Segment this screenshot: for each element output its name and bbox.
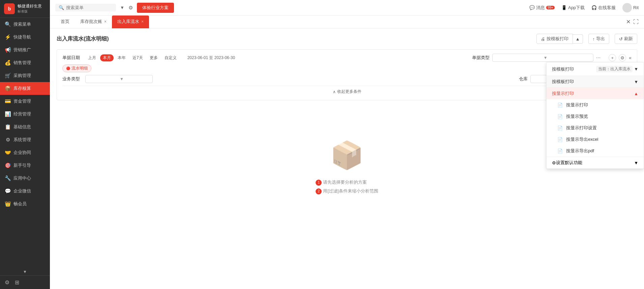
filter-label-type: 单据类型 [472, 55, 490, 61]
tab-close-flow[interactable]: × [141, 19, 144, 24]
date-tab-自定义[interactable]: 自定义 [162, 54, 179, 61]
date-tab-本年[interactable]: 本年 [115, 54, 128, 61]
sidebar-scroll-down[interactable]: ▼ [0, 268, 50, 275]
sidebar-item-system[interactable]: ⚙系统管理 [0, 133, 50, 146]
sidebar-item-apps[interactable]: 🔧应用中心 [0, 172, 50, 185]
dp-header: 按模板打印 当前：出入库流水 ▼ [547, 62, 644, 76]
app-download-btn[interactable]: 📱 App下载 [561, 5, 585, 11]
user-profile-btn[interactable]: Rit [622, 3, 639, 12]
date-tab-更多[interactable]: 更多 [147, 54, 160, 61]
filter-biz-select[interactable]: ▼ [85, 75, 153, 83]
expand-window-btn[interactable]: ⛶ [633, 19, 639, 25]
message-btn[interactable]: 💬 消息 99+ [529, 5, 555, 11]
sidebar-label-sales: 销售管理 [13, 60, 31, 66]
sidebar-item-member[interactable]: 👑畅会员 [0, 198, 50, 210]
tabbar: 首页库存批次账 ×出入库流水 × ✕ ⛶ [50, 16, 644, 28]
sidebar-label-system: 系统管理 [13, 137, 31, 143]
tab-batch[interactable]: 库存批次账 × [75, 16, 112, 28]
dp-item-display-export-pdf[interactable]: 📄按显示导出pdf [547, 145, 644, 157]
trial-btn[interactable]: 体验行业方案 [137, 3, 174, 13]
search-box[interactable]: 🔍 [55, 4, 116, 11]
sidebar-item-wechat[interactable]: 💬企业微信 [0, 185, 50, 198]
sidebar-item-finance[interactable]: 💳资金管理 [0, 95, 50, 108]
filter-actions: + ⚙ « [609, 54, 632, 61]
dp-section-header-template-print[interactable]: 按模板打印▼ [547, 76, 644, 87]
sidebar-item-marketing[interactable]: 📢营销推广 [0, 44, 50, 56]
search-dropdown-icon[interactable]: ▼ [120, 5, 124, 10]
sidebar-label-search: 搜索菜单 [13, 21, 31, 27]
collapse-sidebar-icon[interactable]: ⊞ [15, 279, 19, 286]
page-title: 出入库流水(流水明细) [57, 35, 109, 43]
search-input[interactable] [66, 5, 107, 10]
filter-date-tabs: 上月本月本年近7天更多自定义 [85, 54, 179, 61]
sidebar-label-finance: 资金管理 [13, 98, 31, 104]
filter-label-biz: 业务类型 [62, 76, 80, 82]
operations-icon: 📊 [5, 111, 11, 117]
date-tab-本月[interactable]: 本月 [100, 54, 114, 61]
message-icon: 💬 [529, 5, 535, 10]
sidebar-item-sales[interactable]: 💰销售管理 [0, 56, 50, 69]
empty-icon: 📦 [330, 139, 364, 171]
quick-nav-icon: ⚡ [5, 34, 11, 40]
print-icon: 🖨 [541, 36, 545, 42]
filter-settings-btn[interactable]: ⚙ [619, 54, 626, 61]
filter-collapse-btn[interactable]: « [629, 55, 632, 60]
finance-icon: 💳 [5, 98, 11, 104]
add-filter-btn[interactable]: + [609, 54, 616, 61]
filter-tag: 🔴 流水明细 [62, 64, 91, 72]
topbar-gear-icon[interactable]: ⚙ [128, 5, 133, 11]
dp-item-icon-display-export-pdf: 📄 [557, 149, 563, 154]
collapse-up-icon: ∧ [333, 89, 336, 94]
sidebar-label-purchase: 采购管理 [13, 73, 31, 79]
dp-section-header-display-print[interactable]: 按显示打印▲ [547, 88, 644, 99]
dp-item-display-print-item[interactable]: 📄按显示打印 [547, 99, 644, 111]
online-service-btn[interactable]: 🎧 在线客服 [591, 5, 616, 11]
dp-item-display-print-settings[interactable]: 📄按显示打印设置 [547, 122, 644, 134]
more-dots-1[interactable]: ··· [596, 55, 601, 61]
refresh-icon: ↺ [619, 36, 623, 42]
tab-flow[interactable]: 出入库流水 × [112, 16, 149, 28]
sidebar-item-purchase[interactable]: 🛒采购管理 [0, 69, 50, 82]
print-template-btn[interactable]: 🖨 按模板打印 [536, 34, 573, 44]
sidebar-label-operations: 经营管理 [13, 111, 31, 117]
dp-footer[interactable]: ⚙ 设置默认功能 ▼ [547, 157, 644, 168]
collab-icon: 🤝 [5, 150, 11, 156]
close-window-btn[interactable]: ✕ [626, 19, 631, 25]
date-tab-上月[interactable]: 上月 [85, 54, 99, 61]
sidebar-logo: b 畅捷通好生意 标准版 [0, 0, 50, 18]
sidebar-label-quick-nav: 快捷导航 [13, 34, 31, 40]
date-tab-近7天[interactable]: 近7天 [130, 54, 146, 61]
sidebar-item-guide[interactable]: 🎯新手引导 [0, 159, 50, 172]
date-range: 2023-06-01 至 2023-06-30 [187, 55, 235, 61]
refresh-btn[interactable]: ↺ 刷新 [615, 34, 637, 44]
sidebar-item-search[interactable]: 🔍搜索菜单 [0, 18, 50, 31]
print-dropdown-panel: 按模板打印 当前：出入库流水 ▼ 按模板打印▼按显示打印▲📄按显示打印📄按显示预… [546, 62, 644, 169]
chevron-down-icon-2: ▼ [120, 77, 149, 81]
system-icon: ⚙ [5, 137, 11, 143]
settings-icon[interactable]: ⚙ [5, 279, 9, 286]
dp-item-display-export-excel[interactable]: 📄按显示导出excel [547, 134, 644, 145]
sidebar-label-inventory: 库存核算 [13, 85, 31, 91]
dp-sections: 按模板打印▼按显示打印▲📄按显示打印📄按显示预览📄按显示打印设置📄按显示导出ex… [547, 76, 644, 157]
app-icon: 📱 [561, 5, 567, 10]
empty-steps: 1请先选择要分析的方案 2用[过滤]条件来缩小分析范围 [316, 178, 378, 195]
dp-item-icon-display-export-excel: 📄 [557, 137, 563, 142]
topbar: 🔍 ▼ ⚙ 体验行业方案 💬 消息 99+ 📱 App下载 🎧 在线客服 Rit [50, 0, 644, 16]
tab-close-batch[interactable]: × [104, 19, 107, 24]
sidebar-item-inventory[interactable]: 📦库存核算 [0, 82, 50, 95]
sidebar-item-quick-nav[interactable]: ⚡快捷导航 [0, 31, 50, 44]
sidebar-item-collab[interactable]: 🤝企业协同 [0, 146, 50, 159]
dp-collapse-icon[interactable]: ▼ [634, 67, 638, 72]
tab-home[interactable]: 首页 [55, 16, 75, 28]
dp-section-template-print: 按模板打印▼ [547, 76, 644, 88]
sidebar-label-guide: 新手引导 [13, 162, 31, 168]
print-dropdown-btn[interactable]: ▲ [573, 34, 583, 44]
search-icon: 🔍 [5, 21, 11, 27]
sidebar-item-basic[interactable]: 📋基础信息 [0, 121, 50, 133]
sidebar-item-operations[interactable]: 📊经营管理 [0, 108, 50, 121]
filter-type-select[interactable]: ▼ [492, 54, 593, 62]
dp-item-display-preview[interactable]: 📄按显示预览 [547, 111, 644, 122]
sidebar-label-collab: 企业协同 [13, 150, 31, 156]
export-btn[interactable]: ↑ 导出 [588, 34, 610, 44]
search-icon: 🔍 [59, 5, 64, 10]
